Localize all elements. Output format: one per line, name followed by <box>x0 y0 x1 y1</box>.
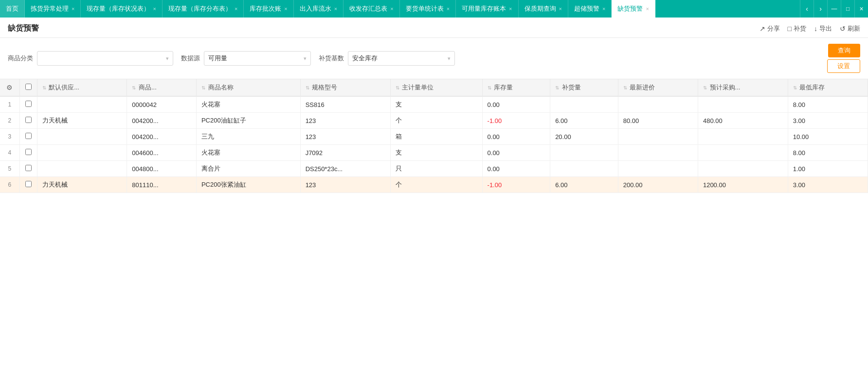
row-code-cell: 801110... <box>127 177 197 193</box>
window-maximize-button[interactable]: □ <box>841 0 854 18</box>
row-unit-cell: 个 <box>390 113 482 129</box>
nav-tab-expiryquery[interactable]: 保质期查询 × <box>519 0 568 18</box>
nav-tab-batchaccount[interactable]: 库存批次账 × <box>244 0 293 18</box>
row-name-cell: 火花塞 <box>196 145 300 161</box>
col-product-name[interactable]: ⇅ 商品名称 <box>196 79 300 96</box>
close-inventory1-icon[interactable]: × <box>153 6 156 12</box>
col-settings[interactable]: ⚙ <box>0 79 19 96</box>
row-unit-cell: 支 <box>390 96 482 113</box>
nav-tab-inventory1[interactable]: 现存量（库存状况表） × <box>81 0 162 18</box>
table-row: 1 0000042 火花塞 SS816 支 0.00 8.00 <box>0 96 868 113</box>
export-button[interactable]: ↓ 导出 <box>814 24 832 33</box>
close-overstock-icon[interactable]: × <box>602 6 605 12</box>
nav-tab-inventory2-label: 现存量（库存分布表） <box>168 4 232 13</box>
close-receiptsummary-icon[interactable]: × <box>390 6 393 12</box>
row-estimated-purchase-cell <box>698 161 788 177</box>
nav-arrow-right[interactable]: › <box>814 0 827 18</box>
col-default-supplier[interactable]: ⇅ 默认供应... <box>37 79 127 96</box>
table-container: ⚙ ⇅ 默认供应... ⇅ 商品... ⇅ 商品名称 <box>0 79 868 193</box>
sort-icon-supplier: ⇅ <box>42 85 46 90</box>
nav-tab-availableaccount[interactable]: 可用量库存账本 × <box>456 0 518 18</box>
nav-tab-home-label: 首页 <box>6 4 18 13</box>
row-code-cell: 004200... <box>127 113 197 129</box>
row-checkbox-cell[interactable] <box>19 177 37 193</box>
top-nav: 首页 拣货异常处理 × 现存量（库存状况表） × 现存量（库存分布表） × 库存… <box>0 0 868 18</box>
nav-arrow-left[interactable]: ‹ <box>800 0 814 18</box>
row-checkbox-cell[interactable] <box>19 161 37 177</box>
col-latest-price[interactable]: ⇅ 最新进价 <box>618 79 698 96</box>
col-unit[interactable]: ⇅ 主计量单位 <box>390 79 482 96</box>
col-product-code[interactable]: ⇅ 商品... <box>127 79 197 96</box>
category-select[interactable]: ▾ <box>37 51 173 66</box>
close-batchaccount-icon[interactable]: × <box>284 6 287 12</box>
settings-icon[interactable]: ⚙ <box>6 84 13 91</box>
nav-tab-home[interactable]: 首页 <box>0 0 25 18</box>
row-replenish-cell <box>550 96 618 113</box>
nav-tab-inoutflow[interactable]: 出入库流水 × <box>294 0 344 18</box>
replenish-base-select[interactable]: 安全库存 ▾ <box>348 51 455 66</box>
category-filter-item: 商品分类 ▾ <box>8 51 173 66</box>
nav-tab-inventory2[interactable]: 现存量（库存分布表） × <box>163 0 244 18</box>
close-expiryquery-icon[interactable]: × <box>559 6 562 12</box>
share-button[interactable]: ↗ 分享 <box>760 24 780 33</box>
row-checkbox[interactable] <box>25 117 32 123</box>
row-checkbox[interactable] <box>25 133 32 139</box>
row-checkbox[interactable] <box>25 165 32 171</box>
row-num-cell: 2 <box>0 113 19 129</box>
row-checkbox-cell[interactable] <box>19 145 37 161</box>
window-minimize-button[interactable]: — <box>827 0 841 18</box>
col-replenish[interactable]: ⇅ 补货量 <box>550 79 618 96</box>
row-checkbox[interactable] <box>25 149 32 155</box>
col-estimated-purchase[interactable]: ⇅ 预计采购... <box>698 79 788 96</box>
col-replenish-label: 补货量 <box>562 84 581 91</box>
sort-icon-min-stock: ⇅ <box>793 85 797 90</box>
row-checkbox-cell[interactable] <box>19 129 37 145</box>
close-orderstats-icon[interactable]: × <box>447 6 450 12</box>
close-inventory2-icon[interactable]: × <box>235 6 237 12</box>
row-min-stock-cell: 3.00 <box>788 177 868 193</box>
select-all-checkbox[interactable] <box>25 84 32 90</box>
window-close-button[interactable]: × <box>854 0 868 18</box>
col-latest-price-label: 最新进价 <box>630 84 655 91</box>
col-spec[interactable]: ⇅ 规格型号 <box>300 79 390 96</box>
row-name-cell: 三九 <box>196 129 300 145</box>
row-checkbox-cell[interactable] <box>19 113 37 129</box>
row-checkbox[interactable] <box>25 181 32 187</box>
col-min-stock[interactable]: ⇅ 最低库存 <box>788 79 868 96</box>
datasource-select[interactable]: 可用量 ▾ <box>204 51 311 66</box>
row-stock-cell: 0.00 <box>482 145 550 161</box>
row-unit-cell: 箱 <box>390 129 482 145</box>
row-checkbox-cell[interactable] <box>19 96 37 113</box>
category-filter-label: 商品分类 <box>8 54 33 63</box>
close-pickabnormal-icon[interactable]: × <box>72 6 74 12</box>
refresh-button[interactable]: ↺ 刷新 <box>840 24 860 33</box>
row-estimated-purchase-cell <box>698 145 788 161</box>
refresh-icon: ↺ <box>840 25 846 33</box>
row-supplier-cell <box>37 129 127 145</box>
row-latest-price-cell: 200.00 <box>618 177 698 193</box>
nav-tab-orderstats[interactable]: 要货单统计表 × <box>400 0 456 18</box>
nav-tab-pickabnormal[interactable]: 拣货异常处理 × <box>25 0 81 18</box>
row-num-cell: 3 <box>0 129 19 145</box>
replenish-button[interactable]: □ 补货 <box>788 24 806 33</box>
replenish-base-chevron-down-icon: ▾ <box>448 55 451 62</box>
close-shortage-icon[interactable]: × <box>646 6 649 12</box>
row-latest-price-cell <box>618 96 698 113</box>
page-content: 缺货预警 ↗ 分享 □ 补货 ↓ 导出 ↺ 刷新 商品分类 <box>0 18 868 387</box>
close-availableaccount-icon[interactable]: × <box>509 6 512 12</box>
row-spec-cell: 123 <box>300 129 390 145</box>
nav-tab-shortage[interactable]: 缺货预警 × <box>612 0 655 18</box>
query-button[interactable]: 查询 <box>828 44 860 57</box>
row-estimated-purchase-cell: 1200.00 <box>698 177 788 193</box>
row-checkbox[interactable] <box>25 101 32 107</box>
row-replenish-cell <box>550 145 618 161</box>
nav-tab-overstock[interactable]: 超储预警 × <box>568 0 612 18</box>
col-stock[interactable]: ⇅ 库存量 <box>482 79 550 96</box>
nav-tab-inventory1-label: 现存量（库存状况表） <box>87 4 150 13</box>
export-label: 导出 <box>819 24 832 33</box>
col-min-stock-label: 最低库存 <box>799 84 825 91</box>
nav-tab-receiptsummary[interactable]: 收发存汇总表 × <box>344 0 399 18</box>
close-inoutflow-icon[interactable]: × <box>334 6 337 12</box>
settings-button[interactable]: 设置 <box>827 59 860 73</box>
col-default-supplier-label: 默认供应... <box>49 84 79 91</box>
